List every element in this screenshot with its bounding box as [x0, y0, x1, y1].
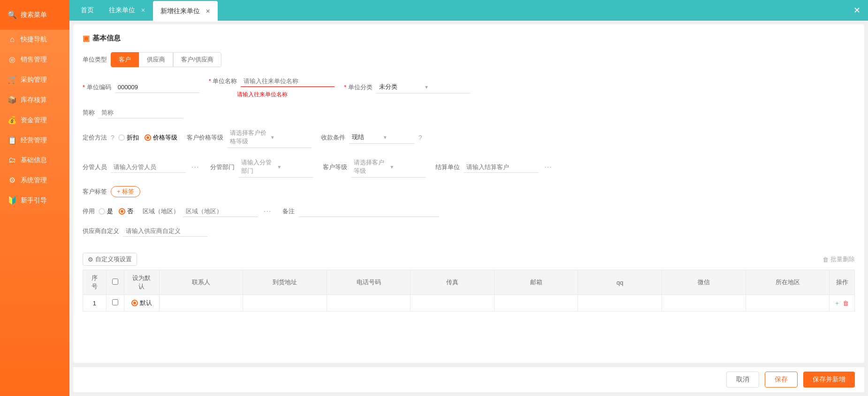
radio-disable-no-circle	[119, 208, 125, 215]
row-contact-input[interactable]	[165, 300, 237, 307]
table-section: ⚙ 自定义项设置 🗑 批量删除 序号 设为默认 联系人	[83, 253, 855, 311]
unit-btn-both[interactable]: 客户/供应商	[173, 52, 221, 67]
sidebar-item-system-label: 系统管理	[21, 176, 47, 185]
col-contact: 联系人	[159, 270, 243, 295]
sidebar-item-system[interactable]: ⚙ 系统管理	[0, 170, 69, 190]
remarks-field: 备注	[282, 206, 439, 217]
department-select[interactable]: 请输入分管部门 ▼	[238, 156, 313, 178]
sidebar-item-guide[interactable]: 🔰 新手引导	[0, 190, 69, 210]
guide-icon: 🔰	[8, 196, 17, 205]
unit-category-select[interactable]: 未分类 ▼	[376, 81, 470, 93]
sidebar-item-finance[interactable]: 💰 资金管理	[0, 110, 69, 130]
row-wechat-input[interactable]	[668, 300, 740, 307]
row-phone-input[interactable]	[333, 300, 405, 307]
tab-trading-units[interactable]: 往来单位 ✕	[101, 0, 153, 21]
row-delivery-addr-input[interactable]	[249, 300, 321, 307]
row-region-input[interactable]	[752, 300, 824, 307]
row-default-radio[interactable]	[131, 300, 138, 306]
radio-disable-yes[interactable]: 是	[99, 207, 113, 216]
col-fax: 传真	[411, 270, 495, 295]
short-name-row: 简称	[83, 107, 855, 118]
manager-input[interactable]	[111, 162, 186, 173]
payment-terms-select[interactable]: 现结 ▼	[349, 131, 415, 144]
row-email-input[interactable]	[500, 300, 572, 307]
system-icon: ⚙	[8, 176, 17, 185]
table-header-row: 序号 设为默认 联系人 到货地址 电话号码 传真 邮箱 qq 微信 所在地区 操…	[83, 270, 855, 295]
sidebar-search[interactable]: 🔍 搜索菜单	[0, 0, 69, 30]
remarks-input[interactable]	[298, 206, 439, 217]
department-field: 分管部门 请输入分管部门 ▼	[210, 156, 313, 178]
tab-home[interactable]: 首页	[73, 0, 101, 21]
sidebar-item-basic-info[interactable]: 🗂 基础信息	[0, 150, 69, 170]
radio-discount[interactable]: 折扣	[118, 133, 139, 142]
radio-price-level[interactable]: 价格等级	[145, 133, 177, 142]
short-name-label: 简称	[83, 109, 95, 117]
sidebar-item-quick-nav[interactable]: ⌂ 快捷导航	[0, 30, 69, 49]
table-toolbar: ⚙ 自定义项设置 🗑 批量删除	[83, 253, 855, 266]
pricing-method-help-icon[interactable]: ?	[111, 134, 114, 141]
radio-disable-no[interactable]: 否	[119, 207, 133, 216]
sidebar-item-inventory-label: 库存核算	[21, 96, 47, 104]
batch-delete-button[interactable]: 🗑 批量删除	[822, 255, 855, 264]
add-tag-button[interactable]: + 标签	[111, 186, 140, 197]
col-qq: qq	[578, 270, 662, 295]
settings-icon: ⚙	[88, 256, 93, 263]
customer-level-select[interactable]: 请选择客户等级 ▼	[351, 156, 426, 178]
short-name-field: 简称	[83, 107, 183, 118]
region-more-btn[interactable]: ···	[262, 206, 273, 217]
unit-btn-customer[interactable]: 客户	[111, 52, 139, 67]
customer-price-level-field: 客户价格等级 请选择客户价格等级 ▼	[187, 127, 312, 148]
customer-tag-label: 客户标签	[83, 187, 107, 196]
customer-price-level-select[interactable]: 请选择客户价格等级 ▼	[227, 127, 312, 148]
tab-new-trading-unit-close[interactable]: ✕	[206, 8, 210, 15]
sidebar-item-operations[interactable]: 📋 经营管理	[0, 130, 69, 150]
settlement-unit-more-btn[interactable]: ···	[542, 162, 554, 172]
col-email: 邮箱	[494, 270, 578, 295]
payment-terms-help-icon[interactable]: ?	[419, 134, 422, 141]
unit-name-error: 请输入往来单位名称	[237, 91, 288, 98]
row-qq-input[interactable]	[584, 300, 656, 307]
row-delete-button[interactable]: 🗑	[843, 300, 849, 307]
radio-disable-yes-circle	[99, 208, 105, 215]
custom-settings-button[interactable]: ⚙ 自定义项设置	[83, 253, 137, 266]
col-default: 设为默认	[124, 270, 159, 295]
sidebar-item-finance-label: 资金管理	[21, 116, 47, 124]
row-region	[746, 295, 830, 311]
payment-terms-value: 现结	[352, 133, 381, 141]
select-all-checkbox[interactable]	[112, 279, 118, 285]
sidebar-item-purchase[interactable]: 🛒 采购管理	[0, 70, 69, 90]
tag-field: 客户标签 + 标签	[83, 186, 140, 197]
supplier-custom-row: 供应商自定义	[83, 225, 855, 237]
sales-icon: ◎	[8, 55, 17, 64]
custom-settings-label: 自定义项设置	[95, 255, 132, 264]
row-email	[494, 295, 578, 311]
short-name-input[interactable]	[99, 107, 183, 118]
manager-more-btn[interactable]: ···	[190, 162, 201, 172]
unit-type-group: 客户 供应商 客户/供应商	[111, 52, 221, 67]
unit-category-label: 单位分类	[344, 83, 373, 92]
row-checkbox[interactable]	[112, 299, 118, 305]
main-close-button[interactable]: ✕	[850, 5, 864, 16]
sidebar-item-inventory[interactable]: 📦 库存核算	[0, 90, 69, 110]
pricing-method-label: 定价方法	[83, 133, 107, 142]
payment-terms-field: 收款条件 现结 ▼ ?	[321, 131, 422, 144]
unit-btn-supplier[interactable]: 供应商	[139, 52, 173, 67]
cancel-button[interactable]: 取消	[726, 372, 759, 388]
unit-type-label: 单位类型	[83, 55, 107, 64]
save-button[interactable]: 保存	[765, 372, 798, 388]
sidebar-item-sales[interactable]: ◎ 销售管理	[0, 49, 69, 70]
tab-trading-units-close[interactable]: ✕	[141, 7, 145, 14]
settlement-unit-input[interactable]	[464, 162, 539, 173]
unit-type-field: 单位类型 客户 供应商 客户/供应商	[83, 52, 221, 67]
tab-new-trading-unit[interactable]: 新增往来单位 ✕	[153, 1, 218, 22]
row-fax-input[interactable]	[416, 300, 488, 307]
unit-category-value: 未分类	[379, 83, 422, 91]
unit-code-input[interactable]	[115, 82, 199, 93]
row-add-button[interactable]: +	[835, 300, 839, 307]
search-menu-item[interactable]: 🔍 搜索菜单	[0, 5, 69, 25]
basic-info-icon: 🗂	[8, 156, 17, 164]
save-new-button[interactable]: 保存并新增	[803, 372, 855, 388]
unit-name-input[interactable]	[241, 76, 335, 87]
supplier-custom-input[interactable]	[123, 225, 207, 237]
region-input[interactable]	[183, 206, 258, 217]
